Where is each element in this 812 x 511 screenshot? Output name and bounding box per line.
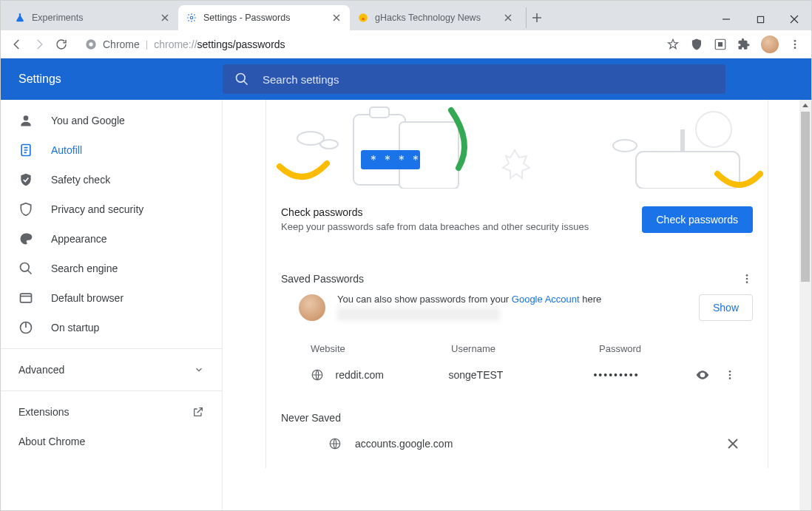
sidebar-item-autofill[interactable]: Autofill <box>1 135 222 165</box>
extensions-icon[interactable] <box>737 38 751 51</box>
sidebar-item-you-and-google[interactable]: You and Google <box>1 106 222 135</box>
profile-avatar[interactable] <box>761 35 779 53</box>
svg-text:＊＊＊＊|: ＊＊＊＊| <box>368 153 429 166</box>
svg-point-8 <box>794 43 796 45</box>
passwords-banner: ＊＊＊＊| <box>265 100 768 189</box>
new-tab-button[interactable] <box>526 7 547 28</box>
sidebar-item-safety-check[interactable]: Safety check <box>1 165 222 194</box>
svg-point-27 <box>746 274 748 277</box>
scroll-up-arrow[interactable] <box>799 100 811 112</box>
svg-rect-14 <box>21 294 32 302</box>
account-email-blurred <box>337 308 500 321</box>
check-passwords-section: Check passwords Keep your passwords safe… <box>265 189 768 251</box>
star-icon[interactable] <box>666 38 680 51</box>
extension-icon-1[interactable] <box>714 38 727 51</box>
power-icon <box>18 320 33 335</box>
saved-passwords-section: Saved Passwords You can also show passwo… <box>265 251 768 468</box>
shield-check-icon <box>18 172 33 187</box>
check-passwords-button[interactable]: Check passwords <box>642 206 754 233</box>
reload-button[interactable] <box>51 34 72 55</box>
svg-point-0 <box>190 16 193 19</box>
settings-main: ＊＊＊＊| Check passwords Keep your password… <box>223 100 811 511</box>
more-icon[interactable] <box>741 273 753 285</box>
never-saved-row[interactable]: accounts.google.com <box>281 427 753 450</box>
maximize-button[interactable] <box>743 8 777 30</box>
close-button[interactable] <box>777 8 811 30</box>
globe-icon <box>328 437 342 450</box>
svg-point-11 <box>24 115 29 121</box>
scrollbar-thumb[interactable] <box>801 112 810 282</box>
sidebar-item-on-startup[interactable]: On startup <box>1 313 222 342</box>
sidebar-advanced-label: Advanced <box>18 364 64 376</box>
password-row[interactable]: reddit.com songeTEST ••••••••• <box>281 360 753 390</box>
globe-icon <box>311 368 325 382</box>
flask-icon <box>14 12 26 24</box>
minimize-button[interactable] <box>709 8 743 30</box>
gear-icon <box>186 12 197 24</box>
settings-search[interactable] <box>223 64 725 94</box>
column-username: Username <box>451 343 599 354</box>
chrome-icon <box>85 38 97 50</box>
svg-rect-24 <box>680 129 685 152</box>
svg-rect-18 <box>353 115 405 185</box>
svg-point-32 <box>728 374 731 376</box>
google-account-row: You can also show passwords from your Go… <box>281 294 753 321</box>
search-icon <box>234 72 249 87</box>
svg-rect-23 <box>636 152 740 189</box>
close-icon[interactable] <box>502 12 514 24</box>
tab-strip: Experiments Settings - Passwords gHacks … <box>1 1 709 30</box>
svg-rect-19 <box>370 107 389 118</box>
remove-icon[interactable] <box>728 439 738 449</box>
sidebar-item-appearance[interactable]: Appearance <box>1 224 222 254</box>
sidebar-item-label: Appearance <box>51 233 107 245</box>
more-icon[interactable] <box>724 369 753 381</box>
show-password-icon[interactable] <box>695 368 724 382</box>
close-icon[interactable] <box>331 12 342 24</box>
svg-point-25 <box>696 112 731 147</box>
sidebar-item-label: Default browser <box>51 292 124 304</box>
tab-experiments[interactable]: Experiments <box>7 5 178 30</box>
sidebar-item-default-browser[interactable]: Default browser <box>1 283 222 313</box>
page-title: Settings <box>1 72 223 86</box>
tab-label: Settings - Passwords <box>203 13 325 23</box>
autofill-icon <box>18 143 33 158</box>
sidebar-advanced[interactable]: Advanced <box>1 355 222 385</box>
svg-rect-6 <box>718 42 723 47</box>
show-account-passwords-button[interactable]: Show <box>699 294 753 321</box>
google-account-link[interactable]: Google Account <box>512 294 580 305</box>
search-icon <box>18 261 33 276</box>
shield-icon[interactable] <box>690 38 703 51</box>
sidebar-extensions-label: Extensions <box>18 406 69 418</box>
sidebar-about-chrome[interactable]: About Chrome <box>1 427 222 456</box>
svg-point-26 <box>613 140 637 152</box>
svg-point-7 <box>794 40 796 42</box>
vertical-scrollbar[interactable] <box>799 100 811 511</box>
svg-point-10 <box>237 74 246 83</box>
password-masked: ••••••••• <box>593 369 694 381</box>
divider: | <box>146 38 148 50</box>
sidebar-extensions[interactable]: Extensions <box>1 397 222 427</box>
svg-point-31 <box>728 370 731 373</box>
svg-point-13 <box>21 263 30 272</box>
shield-icon <box>18 202 33 217</box>
menu-icon[interactable] <box>789 38 801 50</box>
sidebar-item-privacy[interactable]: Privacy and security <box>1 194 222 224</box>
forward-button[interactable] <box>29 34 50 55</box>
ghacks-icon <box>357 12 369 24</box>
address-bar[interactable]: Chrome | chrome://settings/passwords <box>78 33 660 55</box>
sidebar-item-label: Search engine <box>51 263 118 274</box>
close-icon[interactable] <box>159 12 171 24</box>
password-site: reddit.com <box>336 369 449 381</box>
svg-point-28 <box>746 278 748 280</box>
saved-passwords-header: Saved Passwords <box>281 273 364 285</box>
column-password: Password <box>599 343 753 354</box>
sidebar-item-label: Privacy and security <box>51 203 143 215</box>
omnibox-url: chrome://settings/passwords <box>154 38 285 50</box>
tab-ghacks[interactable]: gHacks Technology News <box>350 5 521 30</box>
back-button[interactable] <box>7 34 27 55</box>
svg-rect-2 <box>757 16 763 22</box>
search-input[interactable] <box>263 73 714 86</box>
tab-settings-passwords[interactable]: Settings - Passwords <box>178 5 350 30</box>
column-website: Website <box>311 343 451 354</box>
sidebar-item-search-engine[interactable]: Search engine <box>1 254 222 283</box>
